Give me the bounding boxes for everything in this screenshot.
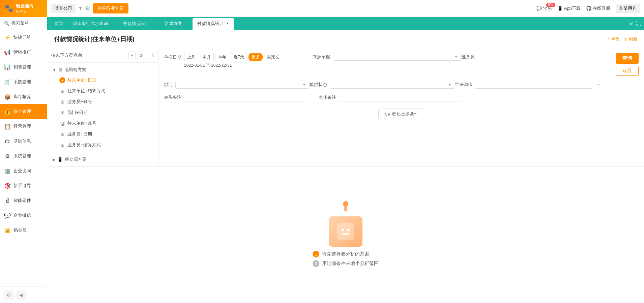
scheme-item-dept-date[interactable]: ⊞ 部门+日期	[47, 107, 158, 118]
basic-info-icon: 🗂	[4, 138, 11, 145]
tab-new-scheme-close-icon[interactable]: ×	[184, 21, 188, 27]
collapse-conditions-button[interactable]: ∧∧ 收起更多条件	[378, 109, 424, 119]
scheme-group-desktop: ▼ 🖥 电脑端方案 ● 往来单位+日期 ⊞ 往来单位+结算方式 ⊞ 业务	[47, 63, 158, 152]
status-select[interactable]: ▼	[330, 81, 455, 89]
add-scheme-button[interactable]: +	[128, 52, 136, 59]
export-button[interactable]: ↗ 导出	[606, 36, 620, 42]
topnav-right: 💬 消息 99+ 📱 App下载 🎧 在线客服 某某用户	[536, 4, 640, 13]
hint-num-1: 1	[313, 251, 319, 257]
filter-row-2: 部门 ▼ 单据状态 ▼	[164, 81, 639, 89]
refresh-button[interactable]: ↺ 刷新	[623, 36, 637, 42]
enterprise-icon: 🏢	[4, 168, 11, 174]
source-select[interactable]: ▼	[333, 53, 461, 61]
user-menu[interactable]: 某某用户	[616, 4, 640, 13]
scheme-item-counterparty-date[interactable]: ● 往来单位+日期	[47, 75, 158, 86]
tab-bank[interactable]: 现金银行流水查询 ×	[68, 17, 118, 30]
content-area: 付款情况统计(往来单位+日期) ↗ 导出 ↺ 刷新 按以下方案查询 +	[47, 30, 644, 303]
service-icon: 🎧	[586, 6, 591, 11]
sidebar-item-basic-info[interactable]: 🗂 基础信息	[0, 134, 47, 149]
counterparty-input[interactable]	[475, 81, 592, 89]
scheme-settings-button[interactable]: ⚙	[138, 52, 145, 59]
scheme-item-label: 往来单位+结算方式	[67, 88, 105, 94]
staff-dots-icon[interactable]: ···	[604, 54, 610, 60]
empty-illustration	[319, 203, 373, 247]
empty-hint-1: 1 请先选择要分析的方案	[313, 251, 379, 257]
scheme-item-label: 往来单位+日期	[67, 77, 96, 83]
tab-receipts[interactable]: 收款情况统计 ×	[118, 17, 160, 30]
status-arrow-icon: ▼	[448, 83, 451, 87]
sidebar-item-operation[interactable]: 📋 经营管理	[0, 119, 47, 134]
table-scheme-icon: ⊞	[59, 131, 65, 137]
collapse-sidebar-button[interactable]: ◀	[16, 290, 26, 300]
date-btn-custom[interactable]: 自定义	[264, 53, 282, 61]
tab-payments-close-icon[interactable]: ×	[226, 21, 229, 27]
table-scheme-icon: ⊞	[59, 142, 65, 148]
guide-icon: 🎯	[4, 182, 11, 189]
tab-new-scheme-label: 新建方案	[165, 21, 182, 27]
scheme-group-mobile-header[interactable]: ▶ 📱 移动端方案	[47, 154, 158, 164]
staff-input[interactable]	[477, 53, 601, 61]
tab-receipts-close-icon[interactable]: ×	[151, 21, 155, 27]
body-note-input[interactable]	[339, 93, 460, 101]
scheme-item-staff-settlement[interactable]: ⊞ 业务员+结算方式	[47, 140, 158, 150]
sidebar-item-label: 企业协同	[13, 168, 31, 174]
search-icon: 🔍	[4, 21, 9, 26]
scheme-item-counterparty-settlement[interactable]: ⊞ 往来单位+结算方式	[47, 86, 158, 96]
tab-new-scheme[interactable]: 新建方案 ×	[160, 17, 193, 30]
settings-gear-icon[interactable]: ⚙	[85, 5, 90, 11]
sidebar-item-member[interactable]: 👑 畅会员	[0, 223, 47, 238]
sidebar-item-label: 营销推广	[13, 49, 31, 55]
query-button[interactable]: 查询	[616, 53, 639, 64]
chart-scheme-icon: 📊	[59, 120, 65, 126]
sidebar-item-guide[interactable]: 🎯 新手引导	[0, 178, 47, 193]
settings-button[interactable]: 设置	[616, 66, 639, 76]
scheme-collapse-button[interactable]: 《	[150, 52, 154, 58]
logo-text: 畅捷通巧	[16, 3, 33, 9]
dept-select[interactable]: ▼	[175, 81, 310, 89]
sidebar-item-marketing[interactable]: 📢 营销推广	[0, 45, 47, 60]
date-btn-more[interactable]: 更多	[248, 53, 263, 61]
app-download-button[interactable]: 📱 App下载	[557, 5, 581, 11]
sidebar-item-label: 基础信息	[13, 138, 31, 144]
header-note-input[interactable]	[184, 93, 305, 101]
refresh-icon: ↺	[623, 37, 627, 42]
sidebar-item-purchase[interactable]: 🛒 采购管理	[0, 74, 47, 89]
scheme-item-counterparty-account[interactable]: 📊 往来单位+账号	[47, 118, 158, 129]
sidebar-item-label: 采购管理	[13, 79, 31, 85]
sidebar-item-hardware[interactable]: 🖨 智能硬件	[0, 193, 47, 208]
scheme-item-staff-date[interactable]: ⊞ 业务员+日期	[47, 129, 158, 140]
operation-icon: 📋	[4, 123, 11, 130]
sidebar-item-inventory[interactable]: 📦 库存核算	[0, 89, 47, 104]
counterparty-dots-icon[interactable]: ···	[594, 82, 601, 88]
account-arrow-icon[interactable]: ▼	[78, 6, 83, 11]
sidebar-item-sales[interactable]: 📊 销售管理	[0, 60, 47, 74]
search-menu[interactable]: 🔍 搜索菜单	[0, 17, 47, 30]
tab-bank-close-icon[interactable]: ×	[110, 21, 114, 27]
tab-payments[interactable]: 付款情况统计 ×	[193, 18, 234, 30]
hardware-icon: 🖨	[4, 197, 11, 204]
notification-button[interactable]: 💬 消息 99+	[536, 5, 552, 11]
empty-state: 1 请先选择要分析的方案 2 用过滤条件来缩小分析范围	[47, 167, 644, 303]
sidebar-item-sys-admin[interactable]: ⚙ 系统管理	[0, 149, 47, 163]
settings-footer-button[interactable]: ⚙	[4, 290, 13, 300]
account-selector[interactable]: 某某公司	[51, 4, 76, 13]
sidebar-item-finance[interactable]: 💰 资金管理	[0, 104, 47, 119]
scheme-group-desktop-header[interactable]: ▼ 🖥 电脑端方案	[47, 65, 158, 75]
date-btn-this-month[interactable]: 本月	[200, 53, 214, 61]
empty-hints: 1 请先选择要分析的方案 2 用过滤条件来缩小分析范围	[313, 251, 379, 267]
service-label: 在线客服	[593, 5, 610, 11]
sidebar-item-quick-nav[interactable]: ⚡ 快捷导航	[0, 30, 47, 45]
online-service-button[interactable]: 🎧 在线客服	[586, 5, 610, 11]
close-all-tabs-icon[interactable]: ✕	[629, 21, 633, 27]
scheme-item-label: 部门+日期	[67, 110, 88, 116]
trial-button[interactable]: 体验行业方案	[93, 3, 128, 13]
maximize-icon[interactable]: ⛶	[636, 21, 641, 27]
date-btn-this-year[interactable]: 本年	[215, 53, 229, 61]
purchase-icon: 🛒	[4, 79, 11, 85]
date-btn-7days[interactable]: 近7天	[231, 53, 247, 61]
date-btn-last-month[interactable]: 上月	[184, 53, 198, 61]
sidebar-item-enterprise[interactable]: 🏢 企业协同	[0, 163, 47, 178]
scheme-item-staff-account[interactable]: ⊞ 业务员+账号	[47, 96, 158, 107]
sidebar-item-wechat[interactable]: 💬 企业微信	[0, 208, 47, 223]
tab-home[interactable]: 首页	[50, 17, 68, 30]
